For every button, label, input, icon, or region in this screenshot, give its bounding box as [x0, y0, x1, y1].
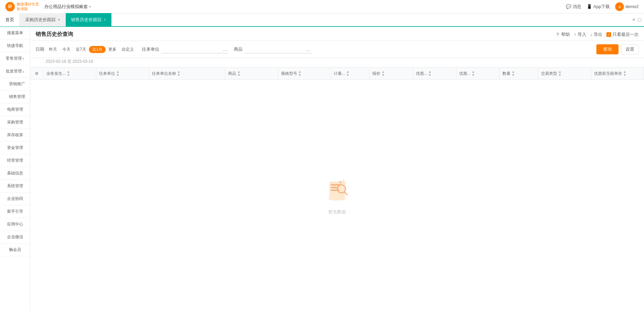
- top-header: 好 畅捷通好生意 标准版 办公用品行业模拟账套 ▾ 💬 消息 📱 App下载 d…: [0, 0, 644, 13]
- logo-area: 好 畅捷通好生意 标准版: [5, 2, 39, 11]
- sidebar-finance-label: 资金管理: [7, 145, 23, 151]
- sidebar-item-ecommerce[interactable]: 电商管理: [0, 103, 30, 116]
- sidebar-item-wechat[interactable]: 企业微信: [0, 231, 30, 244]
- chevron-down-icon: ▾: [22, 57, 24, 60]
- sidebar-member-label: 畅会员: [9, 247, 21, 253]
- th-product[interactable]: 商品 ▲▼: [225, 67, 278, 80]
- date-custom-btn[interactable]: 自定义: [119, 46, 137, 53]
- th-partner[interactable]: 往来单位 ▲▼: [96, 67, 149, 80]
- th-spec[interactable]: 规格型号 ▲▼: [278, 67, 331, 80]
- message-btn[interactable]: 💬 消息: [566, 4, 581, 10]
- sidebar: 搜索菜单 快捷导航 零售管理 ▾ 批发管理 ▴ 营销推广 销售管理 电商管理 采…: [0, 27, 30, 310]
- th-tax-price[interactable]: 优惠前无税单价 ▲▼: [591, 67, 644, 80]
- sidebar-inventory-label: 库存核算: [7, 132, 23, 138]
- date-more-btn[interactable]: 更多: [106, 46, 119, 53]
- tab-sales-history[interactable]: 销售历史价跟踪 ×: [66, 13, 112, 27]
- close-all-tabs-btn[interactable]: ×: [632, 17, 635, 23]
- th-gear[interactable]: ⚙: [30, 68, 44, 79]
- sidebar-item-basic[interactable]: 基础信息: [0, 167, 30, 180]
- sidebar-ecommerce-label: 电商管理: [7, 107, 23, 112]
- svg-rect-3: [331, 187, 338, 188]
- date-7days-btn[interactable]: 近7天: [73, 46, 89, 53]
- date-1month-btn[interactable]: 近1月: [89, 46, 106, 53]
- sidebar-quicknav-label: 快捷导航: [7, 43, 23, 49]
- tab-bar: 首页 采购历史价跟踪 × 销售历史价跟踪 × × □: [0, 13, 644, 27]
- th-partner-name-label: 往来单位名称: [152, 71, 176, 76]
- logo-icon: 好: [5, 2, 15, 11]
- export-label: 导出: [594, 32, 602, 38]
- help-label: 帮助: [561, 32, 570, 38]
- user-menu[interactable]: d demo2: [615, 2, 639, 11]
- only-last-checkbox[interactable]: ✓: [606, 32, 611, 37]
- th-tax-price-label: 优惠前无税单价: [594, 71, 622, 76]
- sidebar-item-marketing[interactable]: 营销推广: [0, 78, 30, 91]
- svg-point-7: [339, 181, 342, 184]
- product-input-dots[interactable]: ...: [306, 46, 310, 52]
- export-btn[interactable]: ↓ 导出: [590, 32, 603, 38]
- th-trade-type-label: 交易类型: [541, 71, 557, 76]
- avatar: d: [615, 2, 624, 11]
- help-btn[interactable]: ？ 帮助: [555, 32, 570, 38]
- close-icon[interactable]: ×: [104, 17, 106, 22]
- phone-icon: 📱: [587, 4, 592, 9]
- tab-home[interactable]: 首页: [0, 13, 20, 27]
- sort-icon: ▲▼: [298, 70, 302, 77]
- th-unit[interactable]: 计量... ▲▼: [331, 67, 370, 80]
- query-btn[interactable]: 查询: [596, 44, 619, 54]
- th-business[interactable]: 业务发生... ▲▼: [44, 67, 96, 80]
- product-input[interactable]: [246, 47, 306, 52]
- logo-text: 畅捷通好生意 标准版: [17, 2, 39, 11]
- th-product-label: 商品: [228, 71, 236, 76]
- sidebar-collab-label: 企业协同: [7, 196, 23, 202]
- maximize-btn[interactable]: □: [638, 17, 641, 23]
- app-selector-label: 办公用品行业模拟账套: [44, 4, 88, 10]
- sidebar-item-member[interactable]: 畅会员: [0, 244, 30, 256]
- import-label: 导入: [578, 32, 586, 38]
- page-header: 销售历史价查询 ？ 帮助 ↑ 导入 ↓ 导出 ✓ 只看最后一次: [30, 27, 644, 41]
- tab-bar-actions: × □: [632, 17, 644, 23]
- th-partner-name[interactable]: 往来单位名称 ▲▼: [149, 67, 226, 80]
- sidebar-item-guide[interactable]: 新手引导: [0, 205, 30, 218]
- th-discount2[interactable]: 优惠... ▲▼: [457, 67, 500, 80]
- import-icon: ↑: [574, 32, 576, 37]
- sidebar-item-search[interactable]: 搜索菜单: [0, 27, 30, 40]
- export-icon: ↓: [590, 32, 593, 37]
- date-range-text: 2023-02-18 至 2023-03-18: [46, 59, 93, 64]
- th-discount1[interactable]: 优惠... ▲▼: [413, 67, 457, 80]
- sidebar-item-finance[interactable]: 资金管理: [0, 142, 30, 154]
- empty-icon: [322, 175, 352, 205]
- app-download-btn[interactable]: 📱 App下载: [587, 4, 610, 10]
- app-download-label: App下载: [593, 4, 610, 10]
- sidebar-item-system[interactable]: 系统管理: [0, 180, 30, 193]
- th-trade-type[interactable]: 交易类型 ▲▼: [538, 67, 591, 80]
- only-last-wrap[interactable]: ✓ 只看最后一次: [606, 32, 639, 38]
- date-yesterday-btn[interactable]: 昨天: [46, 46, 60, 53]
- sidebar-item-appstore[interactable]: 应用中心: [0, 218, 30, 231]
- empty-text: 暂无数据: [328, 209, 346, 215]
- app-selector[interactable]: 办公用品行业模拟账套 ▾: [42, 2, 94, 11]
- sidebar-item-retail[interactable]: 零售管理 ▾: [0, 52, 30, 65]
- sidebar-item-operations[interactable]: 经营管理: [0, 154, 30, 167]
- partner-filter-label: 往来单位: [142, 46, 159, 52]
- sidebar-wechat-label: 企业微信: [7, 234, 23, 240]
- date-today-btn[interactable]: 今天: [60, 46, 73, 53]
- sidebar-item-collab[interactable]: 企业协同: [0, 193, 30, 205]
- import-btn[interactable]: ↑ 导入: [574, 32, 586, 38]
- partner-input[interactable]: [163, 47, 223, 52]
- th-qty[interactable]: 数量 ▲▼: [500, 67, 538, 80]
- close-icon[interactable]: ×: [58, 17, 60, 22]
- table-area: ⚙ 业务发生... ▲▼ 往来单位 ▲▼ 往来单位名称 ▲▼ 商品 ▲▼: [30, 67, 644, 310]
- settings-btn[interactable]: 设置: [621, 44, 639, 54]
- th-discount1-label: 优惠...: [416, 71, 427, 76]
- tab-purchase-history[interactable]: 采购历史价跟踪 ×: [20, 13, 66, 27]
- sidebar-marketing-label: 营销推广: [9, 81, 25, 87]
- sidebar-item-wholesale[interactable]: 批发管理 ▴: [0, 65, 30, 78]
- sidebar-item-inventory[interactable]: 库存核算: [0, 129, 30, 142]
- sidebar-item-purchase[interactable]: 采购管理: [0, 116, 30, 129]
- sidebar-item-quicknav[interactable]: 快捷导航: [0, 40, 30, 52]
- th-spec-label: 规格型号: [281, 71, 297, 76]
- sidebar-item-sales[interactable]: 销售管理: [0, 91, 30, 103]
- th-price[interactable]: 报价 ▲▼: [370, 67, 413, 80]
- sort-icon: ▲▼: [472, 70, 475, 77]
- partner-input-dots[interactable]: ...: [223, 46, 227, 52]
